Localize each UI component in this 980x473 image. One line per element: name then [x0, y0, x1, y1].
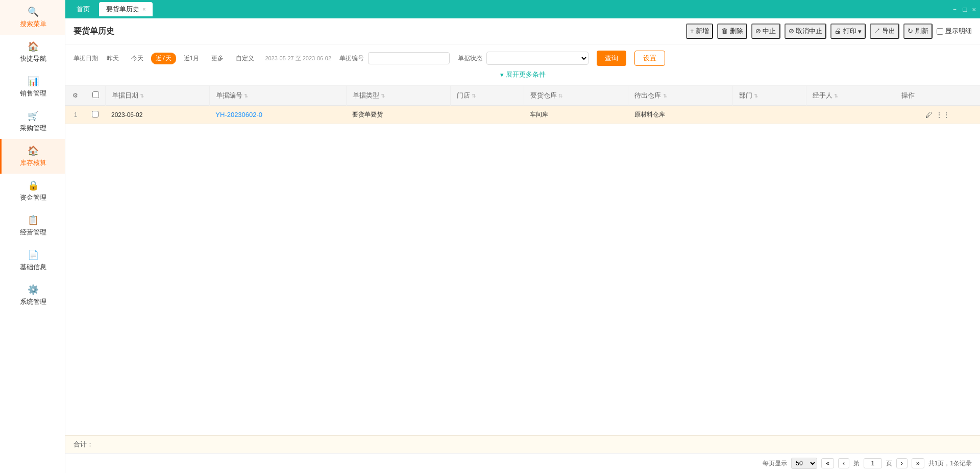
row-doc-type: 要货单要货 — [346, 106, 450, 124]
th-checkbox — [86, 86, 105, 106]
page-unit: 页 — [886, 459, 892, 468]
status-select[interactable] — [486, 52, 589, 65]
row-handler — [806, 106, 895, 124]
total-info: 共1页，1条记录 — [928, 459, 972, 468]
sidebar-item-sales[interactable]: 📊 销售管理 — [0, 69, 65, 104]
tab-close-icon[interactable]: × — [142, 6, 145, 12]
date-btn-last7days[interactable]: 近7天 — [151, 53, 176, 64]
th-department: 部门 ⇅ — [732, 86, 806, 106]
row-pending-warehouse: 原材料仓库 — [628, 106, 732, 124]
next-page-btn[interactable]: › — [896, 458, 908, 468]
doc-number-link[interactable]: YH-20230602-0 — [215, 111, 262, 119]
display-detail-toggle[interactable]: 显示明细 — [937, 27, 972, 36]
purchase-icon: 🛒 — [28, 110, 39, 122]
sort-doc-date-icon[interactable]: ⇅ — [140, 93, 144, 99]
row-checkbox[interactable] — [92, 111, 99, 117]
content-area: 要货单历史 + 新增 🗑 删除 ⊘ 中止 ⊘ 取消中止 🖨 打印 ▾ — [65, 18, 980, 473]
th-ops: 操作 — [895, 86, 980, 106]
more-row-icon[interactable]: ⋮⋮ — [936, 111, 950, 119]
status-filter-group: 单据状态 — [458, 52, 589, 65]
date-btn-custom[interactable]: 自定义 — [231, 53, 259, 64]
date-btn-last-month[interactable]: 近1月 — [179, 53, 204, 64]
date-btn-more[interactable]: 更多 — [207, 53, 228, 64]
page-number-input[interactable] — [864, 458, 882, 468]
operations-icon: 📋 — [28, 215, 39, 226]
per-page-label: 每页显示 — [763, 459, 787, 468]
table-header-row: ⚙ 单据日期 ⇅ 单据编号 ⇅ 单据类型 — [65, 86, 980, 106]
expand-more-btn[interactable]: ▾ 展开更多条件 — [74, 70, 972, 79]
date-filter-group: 单据日期 昨天 今天 近7天 近1月 更多 自定义 2023-05-27 至 2… — [74, 53, 331, 64]
page-label: 第 — [853, 459, 860, 468]
table-container: ⚙ 单据日期 ⇅ 单据编号 ⇅ 单据类型 — [65, 86, 980, 435]
sort-req-warehouse-icon[interactable]: ⇅ — [558, 93, 562, 99]
close-btn[interactable]: × — [972, 6, 976, 13]
doc-number-filter-group: 单据编号 — [339, 52, 450, 64]
filter-row-1: 单据日期 昨天 今天 近7天 近1月 更多 自定义 2023-05-27 至 2… — [74, 51, 972, 66]
sidebar-item-quick-nav[interactable]: 🏠 快捷导航 — [0, 35, 65, 69]
sort-pending-warehouse-icon[interactable]: ⇅ — [663, 93, 667, 99]
table-row: 1 2023-06-02 YH-20230602-0 要货单要货 车间库 原材料… — [65, 106, 980, 124]
sidebar-item-finance[interactable]: 🔒 资金管理 — [0, 174, 65, 208]
tab-requisition-history[interactable]: 要货单历史 × — [99, 2, 153, 16]
sidebar-item-system[interactable]: ⚙️ 系统管理 — [0, 278, 65, 313]
sidebar-item-search-menu[interactable]: 🔍 搜索菜单 — [0, 0, 65, 35]
minimize-btn[interactable]: － — [951, 5, 958, 14]
sidebar-item-inventory[interactable]: 🏠 库存核算 — [0, 139, 65, 174]
main-area: 首页 要货单历史 × － □ × 要货单历史 + 新增 🗑 删除 — [65, 0, 980, 473]
search-menu-icon: 🔍 — [28, 6, 39, 17]
date-filter-label: 单据日期 — [74, 54, 98, 63]
data-table: ⚙ 单据日期 ⇅ 单据编号 ⇅ 单据类型 — [65, 86, 980, 124]
th-doc-number: 单据编号 ⇅ — [209, 86, 346, 106]
sidebar-item-purchase[interactable]: 🛒 采购管理 — [0, 104, 65, 139]
sort-handler-icon[interactable]: ⇅ — [834, 93, 838, 99]
print-dropdown-icon: ▾ — [858, 28, 862, 35]
th-pending-warehouse: 待出仓库 ⇅ — [628, 86, 732, 106]
first-page-btn[interactable]: « — [821, 458, 834, 468]
tab-home[interactable]: 首页 — [69, 2, 97, 16]
date-btn-today[interactable]: 今天 — [127, 53, 148, 64]
table-footer: 合计： — [65, 435, 980, 453]
stop-button[interactable]: ⊘ 中止 — [751, 23, 780, 39]
th-store: 门店 ⇅ — [450, 86, 524, 106]
sort-doc-number-icon[interactable]: ⇅ — [244, 93, 248, 99]
last-page-btn[interactable]: » — [912, 458, 924, 468]
page-header: 要货单历史 + 新增 🗑 删除 ⊘ 中止 ⊘ 取消中止 🖨 打印 ▾ — [65, 18, 980, 44]
display-detail-checkbox[interactable] — [937, 28, 943, 35]
date-btn-yesterday[interactable]: 昨天 — [102, 53, 124, 64]
page-size-select[interactable]: 50 100 — [791, 458, 817, 469]
refresh-button[interactable]: ↻ 刷新 — [903, 23, 933, 39]
sort-doc-type-icon[interactable]: ⇅ — [381, 93, 385, 99]
print-button[interactable]: 🖨 打印 ▾ — [830, 23, 866, 39]
date-filter-buttons: 昨天 今天 近7天 近1月 更多 自定义 — [102, 53, 259, 64]
cancel-stop-button[interactable]: ⊘ 取消中止 — [785, 23, 827, 39]
sort-store-icon[interactable]: ⇅ — [472, 93, 476, 99]
system-icon: ⚙️ — [28, 284, 39, 295]
edit-row-icon[interactable]: 🖊 — [925, 111, 933, 119]
row-checkbox-cell — [86, 106, 105, 124]
page-title: 要货单历史 — [74, 26, 114, 37]
settings-button[interactable]: 设置 — [634, 51, 665, 66]
row-req-warehouse: 车间库 — [524, 106, 628, 124]
inventory-icon: 🏠 — [28, 145, 39, 156]
delete-button[interactable]: 🗑 删除 — [717, 23, 747, 39]
toolbar: + 新增 🗑 删除 ⊘ 中止 ⊘ 取消中止 🖨 打印 ▾ ↗ 导出 — [686, 23, 972, 39]
basic-info-icon: 📄 — [28, 249, 39, 261]
row-doc-number: YH-20230602-0 — [209, 106, 346, 124]
export-button[interactable]: ↗ 导出 — [870, 23, 900, 39]
doc-number-label: 单据编号 — [339, 54, 364, 63]
sidebar-item-operations[interactable]: 📋 经营管理 — [0, 208, 65, 243]
doc-number-input[interactable] — [368, 52, 450, 64]
th-doc-type: 单据类型 ⇅ — [346, 86, 450, 106]
th-settings: ⚙ — [65, 86, 86, 106]
sales-icon: 📊 — [28, 76, 39, 87]
new-button[interactable]: + 新增 — [686, 23, 713, 39]
query-button[interactable]: 查询 — [597, 51, 626, 66]
prev-page-btn[interactable]: ‹ — [838, 458, 849, 468]
row-ops: 🖊 ⋮⋮ — [901, 111, 974, 119]
status-label: 单据状态 — [458, 54, 482, 63]
th-doc-date: 单据日期 ⇅ — [105, 86, 209, 106]
sort-department-icon[interactable]: ⇅ — [754, 93, 758, 99]
select-all-checkbox[interactable] — [92, 91, 99, 98]
sidebar-item-basic-info[interactable]: 📄 基础信息 — [0, 243, 65, 278]
maximize-btn[interactable]: □ — [963, 6, 967, 13]
